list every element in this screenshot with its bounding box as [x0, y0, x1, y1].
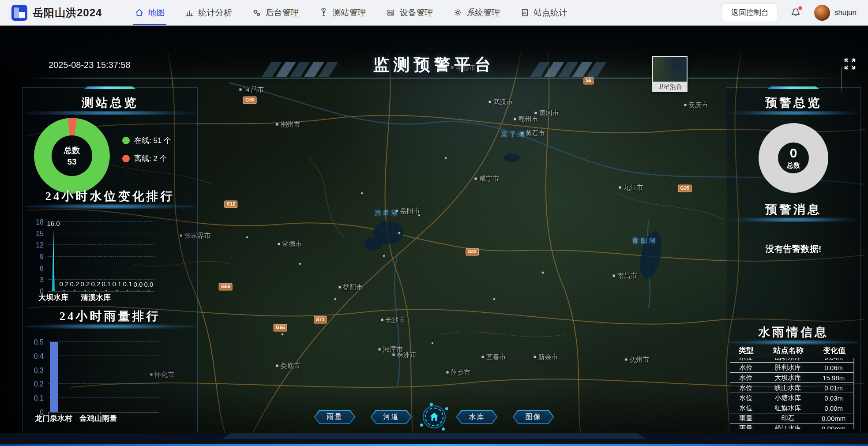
deco-dot [420, 424, 423, 427]
station-overview-title: 测站总览 [23, 95, 197, 111]
online-dot [122, 137, 130, 144]
table-cell: 水位 [730, 358, 762, 362]
gear-icon [453, 8, 462, 17]
section-divider [25, 111, 195, 115]
map-city-label: 株洲市 [392, 351, 417, 359]
table-cell: 0.04m [814, 358, 853, 361]
map-city-label: 鄂州市 [514, 115, 538, 123]
home-icon [428, 411, 440, 423]
nav-item-site-stats[interactable]: 站点统计 [520, 0, 567, 25]
toolbar-button-label: 水库 [457, 411, 497, 423]
toolbar-button-水库[interactable]: 水库 [456, 410, 498, 424]
table-cell: 峡山水库 [762, 384, 814, 392]
map-city-label: 益阳市 [338, 283, 363, 291]
map-city-label: 南昌市 [613, 272, 637, 280]
warning-total-value: 0 [790, 146, 797, 160]
nav-item-map[interactable]: 地图 [135, 0, 165, 25]
table-row[interactable]: 水位大坝水库15.98m [730, 373, 853, 383]
top-navbar: 岳阳山洪2024 地图 统计分析 后台管理 测站管理 设备管理 系统管理 站 [0, 0, 868, 26]
gridline [48, 233, 154, 233]
nav-item-statistics[interactable]: 统计分析 [185, 0, 232, 25]
y-tick-label: 15 [36, 230, 44, 238]
map-toolbar: 雨量河道 水库图像 [0, 405, 868, 428]
toolbar-button-图像[interactable]: 图像 [513, 410, 554, 424]
map-city-label: 长沙市 [381, 316, 406, 324]
table-row[interactable]: 水位山明水库0.04m [730, 358, 853, 363]
bar-value-label: 0.2 [70, 280, 79, 288]
dashboard-footer [0, 433, 868, 446]
notification-bell-icon[interactable] [790, 7, 802, 19]
nav-item-backend[interactable]: 后台管理 [252, 0, 299, 25]
bar [52, 229, 56, 291]
bar-value-label: 0.0 [144, 281, 154, 288]
table-row[interactable]: 水位胜利水库0.06m [730, 363, 853, 373]
station-donut-center: 总数 53 [34, 118, 110, 194]
server-icon [386, 8, 395, 17]
table-row[interactable]: 水位小塘水库0.03m [730, 393, 853, 403]
nav-item-stations[interactable]: 测站管理 [319, 0, 366, 25]
toolbar-button-雨量[interactable]: 雨量 [314, 410, 356, 424]
fullscreen-icon[interactable] [843, 57, 857, 71]
map-city-label: 武汉市 [488, 98, 513, 106]
layer-label: 卫星混合 [652, 82, 688, 92]
section-divider [25, 324, 195, 329]
map-city-label: 新余市 [534, 352, 558, 361]
toolbar-right-group: 水库图像 [456, 410, 554, 424]
table-cell: 胜利水库 [762, 364, 814, 372]
nav-item-label: 站点统计 [534, 7, 567, 19]
panel-notch [767, 86, 819, 89]
toolbar-button-河道[interactable]: 河道 [371, 410, 412, 424]
bar-value-label: 0.1 [102, 280, 111, 288]
water-level-chart: 0369121518 16.0大坝水库0.20.20.20.2清溪水库0.10.… [27, 216, 177, 307]
bar-value-label: 0.1 [113, 280, 122, 288]
nav-item-label: 统计分析 [198, 7, 232, 19]
nav-item-system[interactable]: 系统管理 [453, 0, 500, 25]
offline-dot [122, 155, 130, 162]
current-datetime: 2025-08-23 15:37:58 [49, 60, 131, 70]
y-tick-label: 0.5 [34, 338, 44, 346]
bar [62, 290, 66, 291]
x-axis-label: 大坝水库 [38, 292, 68, 303]
table-cell: 0.03m [814, 394, 853, 402]
road-shield: G56 [219, 283, 233, 290]
donut-center-value: 53 [67, 157, 76, 167]
bar-value-label: 0.2 [91, 280, 101, 288]
map-city-label: 黄冈市 [535, 109, 559, 117]
bar [147, 290, 151, 291]
table-cell: 水位 [730, 394, 762, 402]
bar-chart-icon [185, 8, 194, 17]
left-stats-panel: 测站总览 总数 53 在线: 51 个 离线: 2 个 24小时水位变化排行 [22, 87, 198, 435]
section-divider [729, 217, 858, 222]
table-cell: 水位 [730, 364, 762, 372]
user-menu[interactable]: shujun [814, 5, 857, 21]
home-button[interactable] [423, 405, 446, 428]
map-layer-switcher[interactable]: 卫星混合 [652, 56, 688, 92]
bar [83, 290, 87, 291]
home-icon [135, 8, 144, 17]
table-row[interactable]: 水位峡山水库0.01m [730, 383, 853, 393]
nav-item-label: 后台管理 [265, 7, 299, 19]
nav-item-devices[interactable]: 设备管理 [386, 0, 433, 25]
y-tick-label: 18 [36, 218, 44, 226]
table-header-cell: 变化值 [815, 345, 854, 356]
avatar [814, 5, 830, 21]
bar [94, 290, 98, 291]
brand: 岳阳山洪2024 [11, 5, 102, 21]
toolbar-button-label: 图像 [514, 411, 553, 423]
deco-dot [442, 427, 445, 431]
bar [105, 290, 109, 291]
y-tick-label: 3 [40, 276, 44, 284]
water-chart-y-axis: 0369121518 [27, 222, 46, 292]
bar [50, 342, 58, 412]
road-shield: S12 [224, 200, 237, 208]
notification-badge [798, 6, 802, 10]
back-to-console-button[interactable]: 返回控制台 [722, 3, 778, 22]
map-lake-label: 洞庭湖 [375, 209, 400, 217]
nav-item-label: 系统管理 [466, 7, 500, 19]
warning-total-label: 总数 [787, 161, 800, 170]
rainfall-chart-plot: 龙门泉水村金鸡山雨量 [48, 342, 159, 412]
nav-item-label: 地图 [148, 7, 165, 19]
gridline [48, 279, 154, 280]
legend-offline: 离线: 2 个 [122, 154, 171, 164]
map-city-label: 常德市 [278, 240, 302, 248]
